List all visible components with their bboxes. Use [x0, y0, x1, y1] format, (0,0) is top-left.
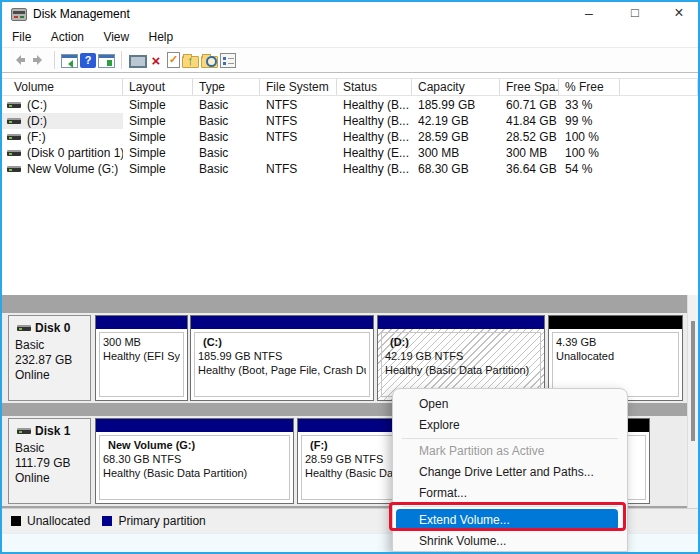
scrollbar-thumb[interactable] — [691, 321, 695, 441]
volume-list-header: Volume Layout Type File System Status Ca… — [2, 78, 698, 96]
minimize-button[interactable]: – — [570, 0, 608, 28]
column-header-capacity[interactable]: Capacity — [412, 79, 500, 95]
disk-size: 111.79 GB — [15, 456, 90, 471]
column-header-volume[interactable]: Volume — [2, 79, 123, 95]
table-row-d[interactable]: (D:) Simple Basic NTFS Healthy (B... 42.… — [2, 113, 698, 129]
capacity-cell: 28.59 GB — [412, 129, 500, 145]
capacity-cell: 300 MB — [412, 145, 500, 161]
partition-c[interactable]: (C:) 185.99 GB NTFS Healthy (Boot, Page … — [190, 315, 374, 401]
disk-status: Online — [15, 471, 90, 486]
partition-size: 68.30 GB NTFS — [103, 452, 286, 466]
title-bar: Disk Management – □ × — [0, 0, 700, 28]
close-button[interactable]: × — [660, 0, 698, 28]
partition-color-bar — [378, 316, 544, 329]
toolbar-separator — [121, 51, 122, 69]
partition-size: 4.39 GB — [556, 335, 675, 349]
partition-status: Healthy (Boot, Page File, Crash Dum — [198, 363, 366, 377]
partition-new-volume-g[interactable]: New Volume (G:) 68.30 GB NTFS Healthy (B… — [95, 418, 294, 504]
file-system-cell: NTFS — [260, 161, 337, 177]
status-cell: Healthy (B... — [337, 161, 412, 177]
vertical-scrollbar[interactable] — [687, 295, 698, 508]
volume-name: (F:) — [27, 129, 46, 145]
computer-icon[interactable] — [128, 53, 145, 68]
layout-cell: Simple — [123, 97, 193, 113]
volume-name: (Disk 0 partition 1) — [27, 145, 123, 161]
disk-type: Basic — [15, 338, 90, 353]
partition-size: 42.19 GB NTFS — [385, 349, 537, 363]
menu-item-explore[interactable]: Explore — [393, 415, 627, 436]
legend-label-unallocated: Unallocated — [27, 514, 90, 528]
show-console-tree-icon[interactable] — [61, 54, 78, 68]
drive-icon — [7, 166, 21, 172]
back-icon[interactable] — [10, 52, 28, 69]
free-space-cell: 28.52 GB — [500, 129, 559, 145]
partition-color-bar — [96, 316, 187, 329]
toolbar: ? × — [2, 48, 698, 73]
partition-efi[interactable]: 300 MB Healthy (EFI Sy — [95, 315, 188, 401]
partition-label: (D:) — [385, 335, 537, 349]
menu-help[interactable]: Help — [141, 28, 182, 47]
layout-cell: Simple — [123, 145, 193, 161]
maximize-button[interactable]: □ — [616, 0, 654, 28]
menu-item-open[interactable]: Open — [393, 394, 627, 415]
column-header-type[interactable]: Type — [193, 79, 260, 95]
capacity-cell: 68.30 GB — [412, 161, 500, 177]
free-space-cell: 41.84 GB — [500, 113, 559, 129]
disk-management-window: Disk Management – □ × File Action View H… — [0, 0, 700, 554]
layout-cell: Simple — [123, 113, 193, 129]
show-action-pane-icon[interactable] — [98, 54, 115, 68]
menu-view[interactable]: View — [95, 28, 137, 47]
folder-up-icon[interactable] — [182, 56, 199, 68]
pct-free-cell: 99 % — [559, 113, 620, 129]
help-icon[interactable]: ? — [80, 53, 96, 68]
delete-icon[interactable]: × — [147, 52, 165, 69]
table-row-c[interactable]: (C:) Simple Basic NTFS Healthy (B... 185… — [2, 97, 698, 113]
volume-list: Volume Layout Type File System Status Ca… — [2, 74, 698, 294]
forward-icon[interactable] — [30, 52, 48, 69]
column-header-free-space[interactable]: Free Spa... — [500, 79, 559, 95]
file-system-cell: NTFS — [260, 97, 337, 113]
partition-color-bar — [191, 316, 373, 329]
table-row-f[interactable]: (F:) Simple Basic NTFS Healthy (B... 28.… — [2, 129, 698, 145]
partition-status: Healthy (EFI Sy — [103, 349, 180, 363]
menu-action[interactable]: Action — [43, 28, 92, 47]
properties-icon[interactable] — [220, 53, 236, 68]
disk-0-info-panel[interactable]: Disk 0 Basic 232.87 GB Online — [8, 315, 91, 401]
free-space-cell: 300 MB — [500, 145, 559, 161]
status-cell: Healthy (B... — [337, 97, 412, 113]
disk-icon — [17, 428, 31, 434]
menu-item-format[interactable]: Format... — [393, 483, 627, 504]
volume-name: New Volume (G:) — [27, 161, 118, 177]
type-cell: Basic — [193, 129, 260, 145]
menu-item-shrink-volume[interactable]: Shrink Volume... — [393, 531, 627, 552]
partition-size: 185.99 GB NTFS — [198, 349, 366, 363]
disk-name: Disk 1 — [35, 424, 70, 438]
menu-item-change-drive-letter[interactable]: Change Drive Letter and Paths... — [393, 462, 627, 483]
status-cell: Healthy (E... — [337, 145, 412, 161]
menu-bar: File Action View Help — [2, 28, 698, 48]
context-menu: Open Explore Mark Partition as Active Ch… — [392, 388, 628, 552]
partition-size: 300 MB — [103, 335, 180, 349]
type-cell: Basic — [193, 113, 260, 129]
type-cell: Basic — [193, 145, 260, 161]
disk-name: Disk 0 — [35, 321, 70, 335]
menu-file[interactable]: File — [4, 28, 39, 47]
column-header-pct-free[interactable]: % Free — [559, 79, 620, 95]
folder-search-icon[interactable] — [201, 56, 218, 68]
pct-free-cell: 33 % — [559, 97, 620, 113]
app-icon — [11, 8, 27, 21]
drive-icon — [7, 102, 21, 108]
table-row-disk0-partition1[interactable]: (Disk 0 partition 1) Simple Basic Health… — [2, 145, 698, 161]
column-header-file-system[interactable]: File System — [260, 79, 337, 95]
partition-status: Unallocated — [556, 349, 675, 363]
disk-status: Online — [15, 368, 90, 383]
layout-cell: Simple — [123, 161, 193, 177]
disk-type: Basic — [15, 441, 90, 456]
menu-item-extend-volume[interactable]: Extend Volume... — [396, 509, 618, 531]
drive-icon — [7, 134, 21, 140]
column-header-layout[interactable]: Layout — [123, 79, 193, 95]
disk-1-info-panel[interactable]: Disk 1 Basic 111.79 GB Online — [8, 418, 91, 504]
column-header-status[interactable]: Status — [337, 79, 412, 95]
check-document-icon[interactable] — [167, 52, 180, 68]
table-row-new-volume-g[interactable]: New Volume (G:) Simple Basic NTFS Health… — [2, 161, 698, 177]
